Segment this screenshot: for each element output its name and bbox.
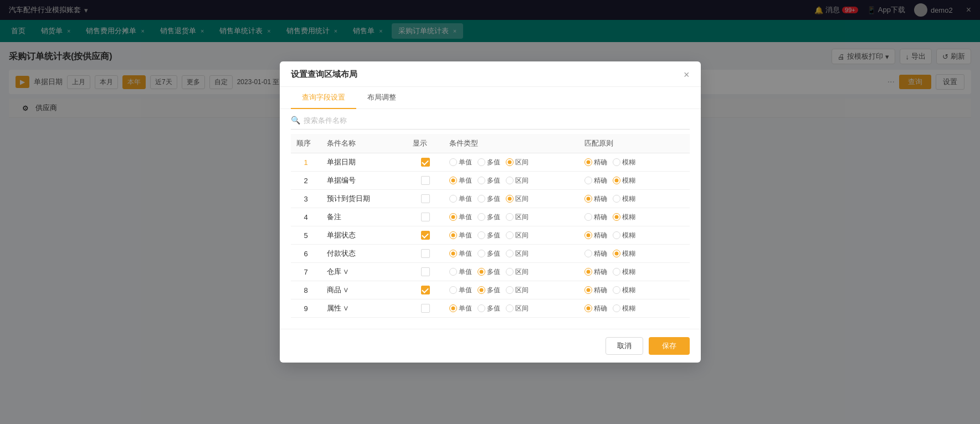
row-4-type-区间[interactable]: 区间 — [506, 213, 529, 222]
row-5-display[interactable] — [407, 226, 444, 245]
radio-单值[interactable] — [449, 213, 457, 221]
row-1-type-多值[interactable]: 多值 — [478, 158, 500, 167]
row-9-match-模糊[interactable]: 模糊 — [613, 304, 635, 313]
row-3-type-区间[interactable]: 区间 — [506, 194, 529, 204]
row-2-type-单值[interactable]: 单值 — [449, 176, 472, 185]
match-radio-精确[interactable] — [584, 250, 592, 257]
radio-多值[interactable] — [478, 304, 485, 312]
save-button[interactable]: 保存 — [649, 337, 690, 355]
row-10-match-精确[interactable]: 精确 — [584, 322, 607, 323]
row-1-match-精确[interactable]: 精确 — [584, 158, 607, 167]
radio-区间[interactable] — [506, 177, 514, 184]
tab-field-settings[interactable]: 查询字段设置 — [291, 87, 356, 109]
row-8-match-模糊[interactable]: 模糊 — [613, 286, 635, 295]
row-8-display[interactable] — [407, 281, 444, 299]
row-3-match-模糊[interactable]: 模糊 — [613, 194, 635, 204]
row-9-display[interactable] — [407, 299, 444, 318]
row-9-match-精确[interactable]: 精确 — [584, 304, 607, 313]
cancel-button[interactable]: 取消 — [606, 337, 643, 355]
radio-多值[interactable] — [478, 195, 485, 203]
row-9-type-多值[interactable]: 多值 — [478, 304, 500, 313]
row-1-type-单值[interactable]: 单值 — [449, 158, 472, 167]
dialog-close-button[interactable]: × — [684, 70, 690, 80]
row-2-match-精确[interactable]: 精确 — [584, 176, 607, 185]
row-3-display-checkbox[interactable] — [421, 194, 430, 203]
row-7-match-模糊[interactable]: 模糊 — [613, 267, 635, 277]
row-5-type-区间[interactable]: 区间 — [506, 231, 529, 240]
radio-单值[interactable] — [449, 268, 457, 276]
row-8-match-精确[interactable]: 精确 — [584, 286, 607, 295]
row-1-display-checkbox[interactable] — [421, 158, 430, 167]
row-2-type-多值[interactable]: 多值 — [478, 176, 500, 185]
row-9-type-单值[interactable]: 单值 — [449, 304, 472, 313]
radio-多值[interactable] — [478, 231, 485, 239]
tab-layout-adjust[interactable]: 布局调整 — [356, 87, 407, 109]
row-10-type-多值[interactable]: 多值 — [478, 322, 500, 323]
radio-区间[interactable] — [506, 195, 514, 203]
row-5-match-模糊[interactable]: 模糊 — [613, 231, 635, 240]
match-radio-精确[interactable] — [584, 158, 592, 166]
row-4-match-模糊[interactable]: 模糊 — [613, 213, 635, 222]
match-radio-模糊[interactable] — [613, 213, 620, 221]
row-4-display-checkbox[interactable] — [421, 213, 430, 221]
row-9-type-区间[interactable]: 区间 — [506, 304, 529, 313]
row-3-type-单值[interactable]: 单值 — [449, 194, 472, 204]
match-radio-模糊[interactable] — [613, 286, 620, 294]
row-8-display-checkbox[interactable] — [421, 286, 430, 294]
row-4-type-单值[interactable]: 单值 — [449, 213, 472, 222]
row-10-display[interactable] — [407, 318, 444, 323]
row-6-match-精确[interactable]: 精确 — [584, 249, 607, 258]
row-6-type-单值[interactable]: 单值 — [449, 249, 472, 258]
row-7-type-区间[interactable]: 区间 — [506, 267, 529, 277]
row-7-type-多值[interactable]: 多值 — [478, 267, 500, 277]
radio-单值[interactable] — [449, 250, 457, 257]
radio-单值[interactable] — [449, 158, 457, 166]
radio-多值[interactable] — [478, 286, 485, 294]
row-3-match-精确[interactable]: 精确 — [584, 194, 607, 204]
row-5-type-单值[interactable]: 单值 — [449, 231, 472, 240]
row-10-type-区间[interactable]: 区间 — [506, 322, 529, 323]
radio-区间[interactable] — [506, 213, 514, 221]
row-1-display[interactable] — [407, 153, 444, 172]
radio-多值[interactable] — [478, 177, 485, 184]
radio-多值[interactable] — [478, 213, 485, 221]
row-5-type-多值[interactable]: 多值 — [478, 231, 500, 240]
row-7-type-单值[interactable]: 单值 — [449, 267, 472, 277]
row-10-match-模糊[interactable]: 模糊 — [613, 322, 635, 323]
match-radio-模糊[interactable] — [613, 268, 620, 276]
radio-单值[interactable] — [449, 177, 457, 184]
match-radio-精确[interactable] — [584, 231, 592, 239]
row-4-type-多值[interactable]: 多值 — [478, 213, 500, 222]
row-6-display[interactable] — [407, 245, 444, 263]
row-7-match-精确[interactable]: 精确 — [584, 267, 607, 277]
row-5-display-checkbox[interactable] — [421, 231, 430, 240]
row-6-type-区间[interactable]: 区间 — [506, 249, 529, 258]
radio-单值[interactable] — [449, 304, 457, 312]
radio-区间[interactable] — [506, 304, 514, 312]
match-radio-模糊[interactable] — [613, 231, 620, 239]
row-2-display[interactable] — [407, 172, 444, 190]
radio-多值[interactable] — [478, 268, 485, 276]
radio-区间[interactable] — [506, 158, 514, 166]
row-5-match-精确[interactable]: 精确 — [584, 231, 607, 240]
match-radio-精确[interactable] — [584, 304, 592, 312]
row-9-display-checkbox[interactable] — [421, 304, 430, 313]
radio-区间[interactable] — [506, 250, 514, 257]
row-2-match-模糊[interactable]: 模糊 — [613, 176, 635, 185]
match-radio-模糊[interactable] — [613, 304, 620, 312]
row-8-type-多值[interactable]: 多值 — [478, 286, 500, 295]
row-10-type-单值[interactable]: 单值 — [449, 322, 472, 323]
match-radio-精确[interactable] — [584, 286, 592, 294]
row-3-type-多值[interactable]: 多值 — [478, 194, 500, 204]
match-radio-模糊[interactable] — [613, 195, 620, 203]
radio-区间[interactable] — [506, 231, 514, 239]
match-radio-精确[interactable] — [584, 268, 592, 276]
match-radio-模糊[interactable] — [613, 158, 620, 166]
match-radio-精确[interactable] — [584, 213, 592, 221]
row-1-match-模糊[interactable]: 模糊 — [613, 158, 635, 167]
radio-多值[interactable] — [478, 250, 485, 257]
radio-单值[interactable] — [449, 286, 457, 294]
row-6-type-多值[interactable]: 多值 — [478, 249, 500, 258]
search-input[interactable] — [304, 116, 414, 125]
row-8-type-区间[interactable]: 区间 — [506, 286, 529, 295]
